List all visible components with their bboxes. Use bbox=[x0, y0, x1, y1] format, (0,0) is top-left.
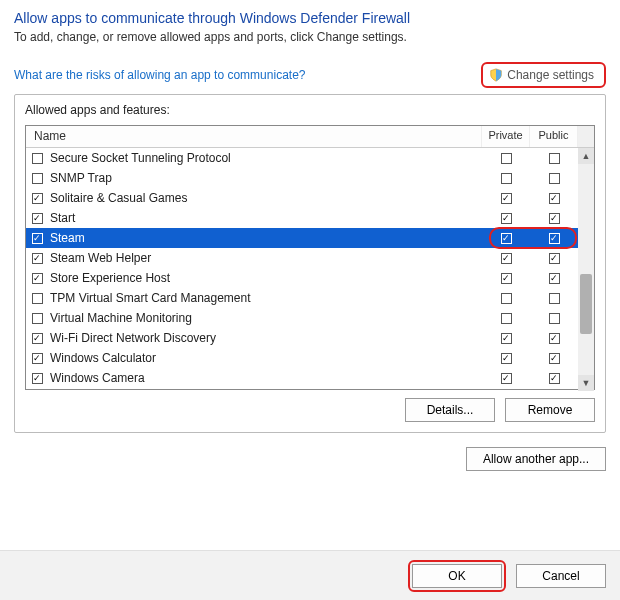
private-checkbox[interactable] bbox=[501, 333, 512, 344]
app-name: Steam Web Helper bbox=[48, 251, 482, 265]
app-name: Virtual Machine Monitoring bbox=[48, 311, 482, 325]
public-checkbox[interactable] bbox=[549, 213, 560, 224]
app-name: Start bbox=[48, 211, 482, 225]
public-checkbox[interactable] bbox=[549, 353, 560, 364]
column-header-name[interactable]: Name bbox=[26, 126, 482, 147]
column-header-private[interactable]: Private bbox=[482, 126, 530, 147]
table-row[interactable]: Start bbox=[26, 208, 594, 228]
enable-checkbox[interactable] bbox=[32, 293, 43, 304]
scroll-track[interactable] bbox=[578, 164, 594, 375]
app-name: Store Experience Host bbox=[48, 271, 482, 285]
change-settings-button[interactable]: Change settings bbox=[481, 62, 606, 88]
public-checkbox[interactable] bbox=[549, 173, 560, 184]
scrollbar[interactable]: ▲ ▼ bbox=[578, 148, 594, 391]
private-checkbox[interactable] bbox=[501, 253, 512, 264]
enable-checkbox[interactable] bbox=[32, 153, 43, 164]
page-title: Allow apps to communicate through Window… bbox=[14, 10, 606, 26]
private-checkbox[interactable] bbox=[501, 293, 512, 304]
table-row[interactable]: Windows Calculator bbox=[26, 348, 594, 368]
private-checkbox[interactable] bbox=[501, 213, 512, 224]
private-checkbox[interactable] bbox=[501, 173, 512, 184]
ok-button[interactable]: OK bbox=[412, 564, 502, 588]
table-row[interactable]: Steam bbox=[26, 228, 594, 248]
enable-checkbox[interactable] bbox=[32, 273, 43, 284]
groupbox-label: Allowed apps and features: bbox=[25, 103, 595, 117]
public-checkbox[interactable] bbox=[549, 293, 560, 304]
public-checkbox[interactable] bbox=[549, 273, 560, 284]
enable-checkbox[interactable] bbox=[32, 313, 43, 324]
private-checkbox[interactable] bbox=[501, 193, 512, 204]
public-checkbox[interactable] bbox=[549, 333, 560, 344]
app-name: Windows Camera bbox=[48, 371, 482, 385]
shield-icon bbox=[489, 68, 503, 82]
table-row[interactable]: SNMP Trap bbox=[26, 168, 594, 188]
column-header-public[interactable]: Public bbox=[530, 126, 578, 147]
table-row[interactable]: TPM Virtual Smart Card Management bbox=[26, 288, 594, 308]
app-name: Wi-Fi Direct Network Discovery bbox=[48, 331, 482, 345]
enable-checkbox[interactable] bbox=[32, 233, 43, 244]
enable-checkbox[interactable] bbox=[32, 253, 43, 264]
table-row[interactable]: Virtual Machine Monitoring bbox=[26, 308, 594, 328]
table-row[interactable]: Steam Web Helper bbox=[26, 248, 594, 268]
private-checkbox[interactable] bbox=[501, 233, 512, 244]
risks-link[interactable]: What are the risks of allowing an app to… bbox=[14, 68, 305, 82]
remove-button[interactable]: Remove bbox=[505, 398, 595, 422]
public-checkbox[interactable] bbox=[549, 193, 560, 204]
table-row[interactable]: Secure Socket Tunneling Protocol bbox=[26, 148, 594, 168]
private-checkbox[interactable] bbox=[501, 313, 512, 324]
public-checkbox[interactable] bbox=[549, 233, 560, 244]
allow-another-app-button[interactable]: Allow another app... bbox=[466, 447, 606, 471]
public-checkbox[interactable] bbox=[549, 373, 560, 384]
scroll-down-button[interactable]: ▼ bbox=[578, 375, 594, 391]
table-row[interactable]: Windows Camera bbox=[26, 368, 594, 388]
table-row[interactable]: Solitaire & Casual Games bbox=[26, 188, 594, 208]
private-checkbox[interactable] bbox=[501, 273, 512, 284]
enable-checkbox[interactable] bbox=[32, 353, 43, 364]
app-name: TPM Virtual Smart Card Management bbox=[48, 291, 482, 305]
public-checkbox[interactable] bbox=[549, 253, 560, 264]
cancel-button[interactable]: Cancel bbox=[516, 564, 606, 588]
enable-checkbox[interactable] bbox=[32, 173, 43, 184]
table-row[interactable]: Wi-Fi Direct Network Discovery bbox=[26, 328, 594, 348]
enable-checkbox[interactable] bbox=[32, 333, 43, 344]
dialog-footer: OK Cancel bbox=[0, 550, 620, 600]
app-name: Secure Socket Tunneling Protocol bbox=[48, 151, 482, 165]
enable-checkbox[interactable] bbox=[32, 373, 43, 384]
app-name: SNMP Trap bbox=[48, 171, 482, 185]
app-name: Windows Calculator bbox=[48, 351, 482, 365]
scroll-thumb[interactable] bbox=[580, 274, 592, 334]
private-checkbox[interactable] bbox=[501, 153, 512, 164]
page-subtitle: To add, change, or remove allowed apps a… bbox=[14, 30, 606, 44]
change-settings-label: Change settings bbox=[507, 68, 594, 82]
enable-checkbox[interactable] bbox=[32, 193, 43, 204]
table-row[interactable]: Store Experience Host bbox=[26, 268, 594, 288]
private-checkbox[interactable] bbox=[501, 353, 512, 364]
app-name: Solitaire & Casual Games bbox=[48, 191, 482, 205]
details-button[interactable]: Details... bbox=[405, 398, 495, 422]
allowed-apps-groupbox: Allowed apps and features: Name Private … bbox=[14, 94, 606, 433]
apps-list[interactable]: Name Private Public Secure Socket Tunnel… bbox=[25, 125, 595, 390]
public-checkbox[interactable] bbox=[549, 153, 560, 164]
app-name: Steam bbox=[48, 231, 482, 245]
private-checkbox[interactable] bbox=[501, 373, 512, 384]
scroll-up-button[interactable]: ▲ bbox=[578, 148, 594, 164]
enable-checkbox[interactable] bbox=[32, 213, 43, 224]
public-checkbox[interactable] bbox=[549, 313, 560, 324]
